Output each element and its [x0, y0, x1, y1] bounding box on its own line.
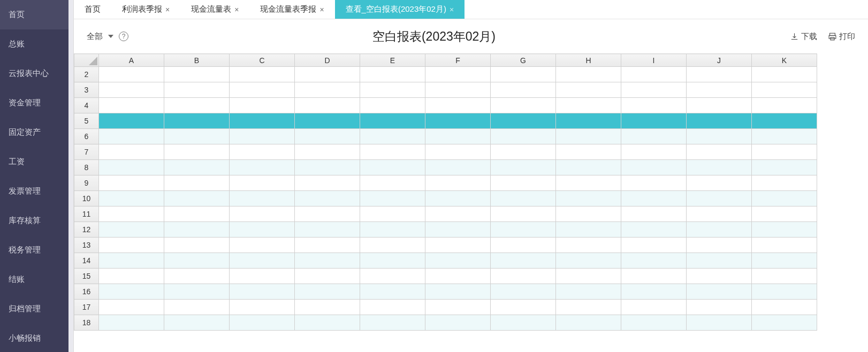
- cell[interactable]: [491, 222, 556, 238]
- cell[interactable]: [621, 175, 687, 191]
- cell[interactable]: [295, 315, 360, 331]
- cell[interactable]: [556, 144, 621, 160]
- cell[interactable]: [687, 144, 752, 160]
- cell[interactable]: [360, 206, 425, 222]
- cell[interactable]: [164, 160, 230, 175]
- cell[interactable]: [687, 67, 752, 82]
- cell[interactable]: [360, 82, 425, 98]
- cell[interactable]: [164, 82, 230, 98]
- cell[interactable]: [360, 67, 425, 82]
- sidebar-item-ledger[interactable]: 总账: [0, 29, 68, 59]
- row-header[interactable]: 2: [74, 67, 99, 82]
- sidebar-item-closing[interactable]: 结账: [0, 265, 68, 294]
- cell[interactable]: [491, 98, 556, 113]
- cell[interactable]: [164, 191, 230, 206]
- cell[interactable]: [360, 175, 425, 191]
- cell[interactable]: [687, 238, 752, 253]
- cell[interactable]: [230, 284, 295, 300]
- sidebar-item-archive[interactable]: 归档管理: [0, 294, 68, 324]
- row-header[interactable]: 15: [74, 269, 99, 284]
- cell[interactable]: [99, 191, 164, 206]
- cell[interactable]: [360, 129, 425, 144]
- cell[interactable]: [752, 191, 817, 206]
- row-header[interactable]: 9: [74, 175, 99, 191]
- cell[interactable]: [425, 253, 491, 269]
- cell[interactable]: [230, 67, 295, 82]
- cell[interactable]: [230, 175, 295, 191]
- cell[interactable]: [425, 284, 491, 300]
- cell[interactable]: [99, 206, 164, 222]
- cell[interactable]: [621, 82, 687, 98]
- cell[interactable]: [687, 315, 752, 331]
- cell[interactable]: [360, 315, 425, 331]
- cell[interactable]: [491, 284, 556, 300]
- cell[interactable]: [556, 206, 621, 222]
- cell[interactable]: [621, 253, 687, 269]
- cell[interactable]: [295, 206, 360, 222]
- cell[interactable]: [295, 160, 360, 175]
- cell[interactable]: [164, 129, 230, 144]
- cell[interactable]: [164, 238, 230, 253]
- cell[interactable]: [425, 175, 491, 191]
- row-header[interactable]: 8: [74, 160, 99, 175]
- cell[interactable]: [230, 144, 295, 160]
- cell[interactable]: [687, 129, 752, 144]
- cell[interactable]: [425, 238, 491, 253]
- cell[interactable]: [556, 253, 621, 269]
- cell[interactable]: [295, 222, 360, 238]
- cell[interactable]: [230, 82, 295, 98]
- cell[interactable]: [99, 300, 164, 315]
- cell[interactable]: [752, 175, 817, 191]
- cell[interactable]: [556, 238, 621, 253]
- cell[interactable]: [621, 206, 687, 222]
- cell[interactable]: [99, 98, 164, 113]
- sidebar-item-payroll[interactable]: 工资: [0, 147, 68, 177]
- tab-cashflow[interactable]: 现金流量表×: [180, 0, 249, 19]
- row-header[interactable]: 7: [74, 144, 99, 160]
- cell[interactable]: [164, 206, 230, 222]
- row-header[interactable]: 3: [74, 82, 99, 98]
- column-header[interactable]: D: [295, 54, 360, 67]
- cell[interactable]: [687, 160, 752, 175]
- cell[interactable]: [230, 300, 295, 315]
- cell[interactable]: [752, 67, 817, 82]
- cell[interactable]: [360, 222, 425, 238]
- cell[interactable]: [491, 160, 556, 175]
- cell[interactable]: [360, 269, 425, 284]
- row-header[interactable]: 5: [74, 113, 99, 129]
- cell[interactable]: [752, 253, 817, 269]
- cell[interactable]: [556, 129, 621, 144]
- cell[interactable]: [687, 191, 752, 206]
- sidebar-item-home[interactable]: 首页: [0, 0, 68, 29]
- cell[interactable]: [360, 253, 425, 269]
- cell[interactable]: [99, 269, 164, 284]
- cell[interactable]: [360, 98, 425, 113]
- cell[interactable]: [687, 222, 752, 238]
- spreadsheet[interactable]: ABCDEFGHIJK23456789101112131415161718: [74, 53, 868, 352]
- select-all-corner[interactable]: [74, 54, 99, 67]
- cell[interactable]: [360, 160, 425, 175]
- cell[interactable]: [99, 82, 164, 98]
- cell[interactable]: [621, 113, 687, 129]
- cell[interactable]: [164, 253, 230, 269]
- cell[interactable]: [99, 175, 164, 191]
- cell[interactable]: [295, 67, 360, 82]
- cell[interactable]: [556, 269, 621, 284]
- column-header[interactable]: H: [556, 54, 621, 67]
- print-button[interactable]: 打印: [828, 32, 855, 42]
- cell[interactable]: [425, 315, 491, 331]
- cell[interactable]: [99, 222, 164, 238]
- cell[interactable]: [491, 269, 556, 284]
- cell[interactable]: [752, 160, 817, 175]
- cell[interactable]: [556, 315, 621, 331]
- cell[interactable]: [752, 98, 817, 113]
- cell[interactable]: [99, 144, 164, 160]
- cell[interactable]: [295, 129, 360, 144]
- cell[interactable]: [360, 191, 425, 206]
- cell[interactable]: [621, 144, 687, 160]
- cell[interactable]: [295, 300, 360, 315]
- cell[interactable]: [687, 175, 752, 191]
- cell[interactable]: [621, 315, 687, 331]
- cell[interactable]: [621, 98, 687, 113]
- cell[interactable]: [230, 238, 295, 253]
